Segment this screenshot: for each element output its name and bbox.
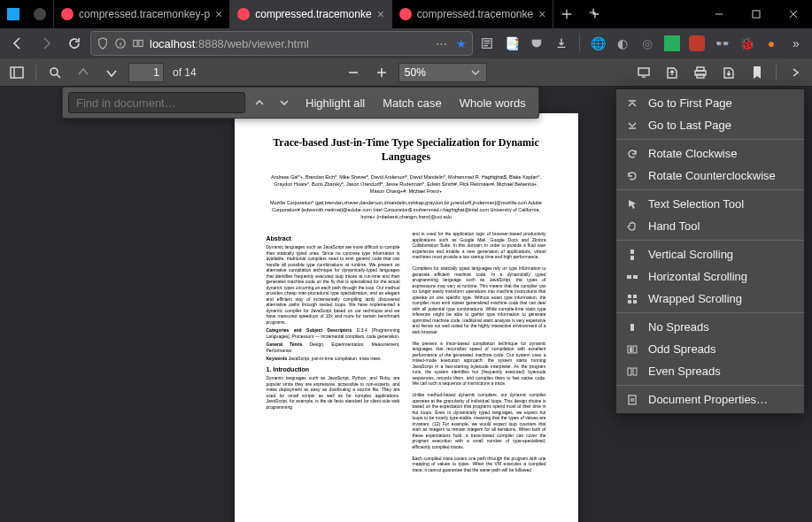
menu-doc-props[interactable]: Document Properties… <box>616 388 804 411</box>
more-icon[interactable]: ⋯ <box>436 37 447 50</box>
tab-2[interactable]: compressed.tracemonke× <box>230 0 392 28</box>
zoom-select[interactable]: 50% <box>398 63 487 82</box>
menu-rotate-ccw[interactable]: Rotate Counterclockwise <box>616 165 804 187</box>
find-input[interactable] <box>68 92 245 113</box>
library-icon[interactable]: 📑 <box>501 33 522 54</box>
secondary-toolbar-menu: Go to First Page Go to Last Page Rotate … <box>615 88 805 414</box>
last-page-icon <box>625 119 639 133</box>
whole-words-toggle[interactable]: Whole words <box>452 96 533 110</box>
close-icon[interactable]: × <box>215 7 222 21</box>
info-icon <box>114 37 127 50</box>
addon-7-icon[interactable]: ● <box>761 33 782 54</box>
wscroll-icon <box>625 292 639 306</box>
reload-button[interactable] <box>62 31 87 56</box>
menu-no-spread[interactable]: No Spreads <box>616 316 804 338</box>
addon-4-icon[interactable] <box>661 33 683 54</box>
menu-wscroll[interactable]: Wrapped Scrolling <box>616 288 804 310</box>
downloads-icon[interactable] <box>551 33 572 54</box>
close-icon[interactable]: × <box>377 7 384 21</box>
tab-label: compressed.tracemonke <box>255 8 371 20</box>
doc-title: Trace-based Just-in-Time Type Specializa… <box>267 136 546 164</box>
bookmark-star-icon[interactable]: ★ <box>456 37 467 50</box>
new-tab-button[interactable] <box>553 8 580 20</box>
findbar: Highlight all Match case Whole words <box>62 87 539 119</box>
addon-5-icon[interactable]: 👓 <box>711 33 732 54</box>
tab-0[interactable] <box>27 0 54 28</box>
svg-rect-11 <box>630 249 634 254</box>
page-number-input[interactable] <box>128 63 164 82</box>
prev-page-button[interactable] <box>72 61 95 84</box>
addon-2-icon[interactable]: ◐ <box>612 33 633 54</box>
oddspread-icon: 1 <box>625 342 639 357</box>
svg-point-26 <box>631 398 634 401</box>
zoom-out-button[interactable] <box>342 61 365 84</box>
sidebar-toggle-button[interactable] <box>5 61 28 84</box>
back-button[interactable] <box>5 31 30 56</box>
highlight-all-toggle[interactable]: Highlight all <box>298 96 372 110</box>
minimize-button[interactable] <box>700 0 738 28</box>
svg-point-6 <box>50 68 58 75</box>
menu-vscroll[interactable]: Vertical Scrolling <box>616 243 804 265</box>
chevron-down-icon <box>470 67 481 78</box>
reader-icon[interactable] <box>476 33 498 54</box>
addon-3-icon[interactable]: ◎ <box>637 33 658 54</box>
match-case-toggle[interactable]: Match case <box>375 96 448 110</box>
next-page-button[interactable] <box>100 61 123 84</box>
menu-first-page[interactable]: Go to First Page <box>616 92 804 114</box>
nospread-icon <box>625 320 639 334</box>
menu-hand-tool[interactable]: Hand Tool <box>616 215 804 237</box>
bookmark-button[interactable] <box>746 61 769 84</box>
pocket-icon[interactable] <box>526 33 547 54</box>
addon-6-icon[interactable]: 🐞 <box>736 33 757 54</box>
find-prev-button[interactable] <box>249 92 270 113</box>
find-button[interactable] <box>43 61 66 84</box>
tab-3[interactable]: compressed.tracemonke× <box>392 0 554 28</box>
maximize-button[interactable] <box>738 0 775 28</box>
presentation-button[interactable] <box>632 61 655 84</box>
urlbox[interactable]: localhost:8888/web/viewer.html ⋯ ★ <box>90 31 473 56</box>
open-file-button[interactable] <box>661 61 684 84</box>
menu-text-select[interactable]: Text Selection Tool <box>616 193 804 215</box>
expand-tabs-button[interactable] <box>580 8 607 20</box>
ublock-icon[interactable] <box>686 33 708 54</box>
addon-icon[interactable]: 🌐 <box>587 33 608 54</box>
find-next-button[interactable] <box>274 92 295 113</box>
svg-rect-15 <box>628 295 631 298</box>
svg-rect-17 <box>628 300 631 303</box>
hscroll-icon <box>625 270 639 284</box>
tab-label: compressed.tracemonke <box>417 8 533 20</box>
download-button[interactable] <box>717 61 740 84</box>
doc-props-icon <box>625 393 639 407</box>
overflow-icon[interactable]: » <box>785 33 807 54</box>
first-page-icon <box>625 96 639 111</box>
shield-icon <box>97 37 109 50</box>
svg-rect-21 <box>633 346 637 353</box>
rotate-cw-icon <box>625 147 639 161</box>
svg-rect-19 <box>630 324 634 331</box>
doc-authors: Andreas Gal*+, Brendan Eich*, Mike Shave… <box>267 174 546 220</box>
menu-last-page[interactable]: Go to Last Page <box>616 114 804 136</box>
svg-rect-2 <box>134 41 137 47</box>
menu-odd-spread[interactable]: 1Odd Spreads <box>616 338 804 360</box>
zoom-in-button[interactable] <box>370 61 393 84</box>
svg-rect-13 <box>627 275 631 279</box>
forward-button[interactable] <box>34 31 58 56</box>
menu-even-spread[interactable]: Even Spreads <box>616 360 804 382</box>
menu-hscroll[interactable]: Horizontal Scrolling <box>616 265 804 288</box>
close-button[interactable] <box>775 0 812 28</box>
window-controls <box>700 0 812 28</box>
titlebar: compressed.tracemonkey-p× compressed.tra… <box>0 0 812 28</box>
hand-icon <box>625 219 639 234</box>
firefox-menu[interactable] <box>0 8 27 20</box>
svg-rect-18 <box>633 300 637 303</box>
close-icon[interactable]: × <box>538 7 545 21</box>
menu-rotate-cw[interactable]: Rotate Clockwise <box>616 142 804 165</box>
print-button[interactable] <box>689 61 712 84</box>
tab-1[interactable]: compressed.tracemonkey-p× <box>54 0 230 28</box>
svg-text:1: 1 <box>630 347 632 352</box>
vscroll-icon <box>625 248 639 262</box>
pdf-toolbar: of 14 50% <box>0 58 812 87</box>
tools-menu-button[interactable] <box>784 61 807 84</box>
tab-strip: compressed.tracemonkey-p× compressed.tra… <box>0 0 700 28</box>
urlbar: localhost:8888/web/viewer.html ⋯ ★ 📑 🌐 ◐… <box>0 28 812 58</box>
